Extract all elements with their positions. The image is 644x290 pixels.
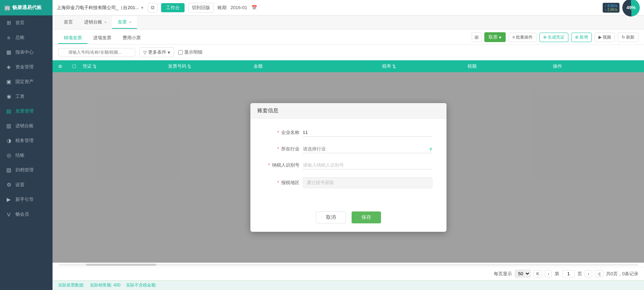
logo-text: 畅康通易代账 [12,5,42,11]
sidebar-item-purchases[interactable]: ▥ 进销台账 [0,119,53,133]
sidebar-item-assets[interactable]: ▣ 固定资产 [0,74,53,89]
sidebar-item-salary[interactable]: ◉ 工资 [0,89,53,104]
old-version-button[interactable]: 切到旧版 [188,3,214,13]
search-input[interactable] [58,48,135,56]
industry-select-wrap[interactable]: ∨ [303,144,432,153]
reports-icon: ▦ [6,49,12,55]
scrollbar-track [58,264,638,266]
video-label: 视频 [603,34,611,40]
tax-id-label: * 纳税人识别号 [264,162,303,168]
sidebar-item-label: 固定资产 [15,79,34,85]
th-voucher: 凭证 ⇅ [83,63,168,69]
add-button[interactable]: ⊕ 新增 [571,33,592,42]
last-page-btn[interactable]: ›| [595,270,603,277]
form-row-tax-region: * 报税地区 通过税号获取 [264,177,432,188]
tab-purchases-label: 进销台账 [84,19,102,25]
next-page-btn[interactable]: › [585,270,592,277]
industry-label: * 所在行业 [264,146,303,152]
sidebar-item-settings[interactable]: ⚙ 设置 [0,177,53,192]
dialog-footer: 取消 保存 [250,206,446,232]
horizontal-scrollbar [53,263,644,267]
sidebar-item-home[interactable]: ⊞ 首页 [0,15,53,30]
sidebar-item-label: 结账 [15,152,25,159]
tax-id-input[interactable] [303,161,432,169]
prev-page-btn[interactable]: ‹ [545,270,552,277]
period-info: 账期 2016-01 📅 [217,5,257,11]
member-icon: V [6,211,12,217]
sub-tab-purchase-invoice[interactable]: 进项发票 [88,33,117,44]
sidebar-item-invoice[interactable]: ▤ 发票管理 [0,104,53,119]
sub-tab-sales[interactable]: 销项发票 [58,33,88,44]
sub-tabs-right: ⊞ 取票 ▾ ≡ 批量操作 ⊕ 生成凭证 ⊕ 新增 ▶ 视频 [472,32,638,44]
sidebar-item-tax[interactable]: ◑ 税务管理 [0,133,53,148]
sidebar-item-label: 报表中心 [15,49,34,55]
save-button[interactable]: 保存 [352,211,381,223]
main-area: 上海卯金刀电子科技有限公司_（台201... ▼ ⧉ 工作台 切到旧版 账期 2… [53,0,644,290]
cancel-button[interactable]: 取消 [316,211,346,223]
sidebar-item-guide[interactable]: ▶ 新手引导 [0,192,53,207]
batch-op-label: 批量操作 [516,34,533,40]
finance-icon: ◈ [6,64,12,70]
generate-voucher-button[interactable]: ⊕ 生成凭证 [539,33,568,42]
ticket-button[interactable]: 取票 ▾ [484,32,506,42]
logo-icon: 🏢 [4,5,10,11]
sidebar-item-label: 新手引导 [15,196,34,203]
status-item-0: 实际发票数据: [58,282,84,288]
industry-input[interactable] [303,146,429,151]
add-icon: ⊕ [575,35,579,40]
sidebar-item-reports[interactable]: ▦ 报表中心 [0,45,53,60]
tab-home[interactable]: 首页 [58,16,78,29]
generate-label: 生成凭证 [548,34,565,40]
sidebar-item-ledger[interactable]: ≡ 总账 [0,30,53,45]
total-records: 共0页，0条记录 [606,271,638,277]
bottom-status: 实际发票数据: 实际销售额: 400 实际不含税金额: [53,280,644,290]
refresh-label: 刷新 [626,34,635,40]
sidebar-item-archive[interactable]: ▧ 归档管理 [0,163,53,177]
sidebar-item-closing[interactable]: ◎ 结账 [0,148,53,163]
tab-invoice[interactable]: 发票 × [112,16,137,29]
sidebar-item-member[interactable]: V 畅会员 [0,207,53,222]
video-button[interactable]: ▶ 视频 [595,33,615,42]
sub-tab-sales-label: 销项发票 [64,35,82,40]
scrollbar-thumb[interactable] [86,264,156,266]
per-page-select[interactable]: 50 [515,270,531,278]
page-input[interactable] [562,270,575,277]
form-row-company-name: * 企业名称 [264,128,432,137]
sidebar-item-label: 设置 [15,182,25,188]
sub-tab-expense[interactable]: 费用小票 [117,33,146,44]
th-checkbox: ☐ [72,64,83,69]
video-icon: ▶ [598,35,602,40]
more-conditions-button[interactable]: ▽ 更多条件 ▾ [139,47,174,57]
ticket-dropdown-icon: ▾ [499,35,501,40]
grid-view-btn[interactable]: ⊞ [472,32,482,42]
ticket-label: 取票 [489,34,498,40]
company-name-input[interactable] [303,128,432,137]
download-speed: ↓ 2.6K/s [605,8,617,12]
tab-purchases-close[interactable]: × [104,20,106,24]
dialog-body: * 企业名称 * 所在行业 ∨ [250,119,446,206]
sidebar-item-finance[interactable]: ◈ 资金管理 [0,60,53,74]
show-detail-checkbox[interactable] [178,50,183,55]
archive-icon: ▧ [6,167,12,173]
th-invoice-number: 发票号码 ⇅ [168,63,254,69]
tab-invoice-close[interactable]: × [129,20,131,24]
company-selector[interactable]: 上海卯金刀电子科技有限公司_（台201... ▼ [57,5,144,11]
sidebar: 🏢 畅康通易代账 ⊞ 首页 ≡ 总账 ▦ 报表中心 ◈ 资金管理 ▣ 固定资产 … [0,0,53,290]
page-label: 第 [555,271,559,277]
dialog-overlay: 账套信息 * 企业名称 * 所在行业 [53,72,644,263]
workbench-button[interactable]: 工作台 [161,3,185,12]
status-item-2: 实际不含税金额: [126,282,157,288]
copy-icon-btn[interactable]: ⧉ [148,3,158,13]
more-conditions-arrow: ▾ [168,50,170,55]
footer-pagination: 每页显示 50 K ‹ 第 页 › ›| 共0页，0条记录 [53,267,644,280]
table-header: ⚙ ☐ 凭证 ⇅ 发票号码 ⇅ 金额 税率 ⇅ 税额 操作 [53,60,644,72]
batch-op-button[interactable]: ≡ 批量操作 [508,33,536,42]
grid-icon: ⊞ [475,34,479,40]
first-page-btn[interactable]: K [533,270,542,277]
calendar-icon: 📅 [251,5,257,10]
show-detail-checkbox-wrap[interactable]: 显示明细 [178,49,202,55]
form-row-industry: * 所在行业 ∨ [264,144,432,153]
tab-purchases[interactable]: 进销台账 × [78,16,112,29]
refresh-button[interactable]: ↻ 刷新 [618,33,638,42]
industry-chevron-icon: ∨ [429,146,432,151]
